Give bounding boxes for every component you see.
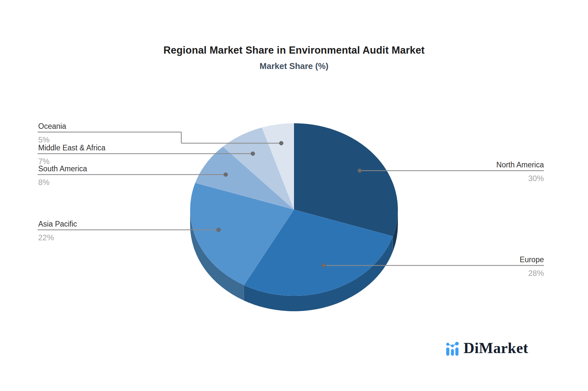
slice-percent: 8% (38, 178, 50, 187)
brand-name: DiMarket (464, 341, 528, 356)
callout-dot (358, 169, 362, 173)
logo-bar-3 (455, 348, 459, 356)
logo-dot-2 (451, 345, 454, 348)
slice-percent: 22% (38, 233, 54, 242)
logo-dot-1 (446, 343, 449, 346)
pie-chart: North America30%Europe28%Asia Pacific22%… (0, 0, 588, 391)
chart-canvas: Regional Market Share in Environmental A… (0, 0, 588, 391)
slice-percent: 30% (528, 174, 544, 183)
brand-logo: DiMarket (443, 335, 528, 356)
logo-bar-2 (451, 349, 454, 356)
slice-percent: 28% (528, 269, 544, 278)
callout-dot (217, 228, 220, 232)
callout-dot (224, 173, 228, 177)
slice-label: Asia Pacific (38, 220, 77, 228)
slice-label: Europe (520, 255, 544, 264)
logo-dot-3 (455, 342, 459, 345)
slice-percent: 7% (38, 157, 50, 166)
slice-percent: 5% (38, 135, 50, 144)
slice-label: Middle East & Africa (38, 144, 106, 152)
slice-label: Oceania (38, 122, 66, 130)
logo-bar-1 (446, 348, 449, 356)
slice-label: North America (496, 161, 544, 169)
callout-dot (251, 152, 255, 156)
callout-dot (279, 141, 283, 145)
callout-dot (322, 264, 326, 267)
bar-line-chart-icon (443, 335, 459, 356)
